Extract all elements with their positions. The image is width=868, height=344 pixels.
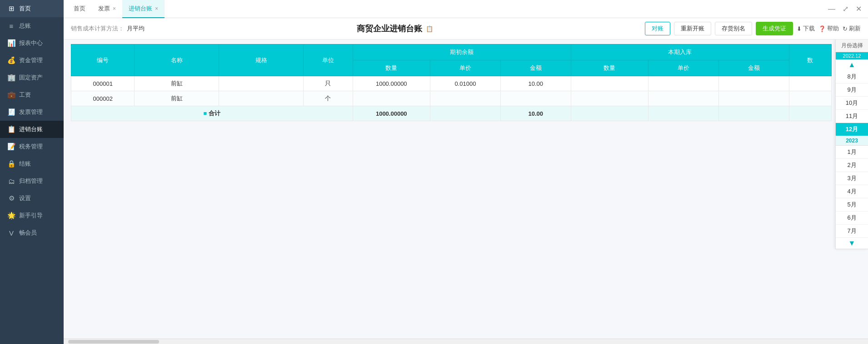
- help-button[interactable]: ❓ 帮助: [818, 25, 839, 33]
- month-panel-title: 月份选择: [836, 39, 868, 52]
- month-item-10[interactable]: 10月: [836, 97, 868, 110]
- sidebar-label-close: 结账: [19, 160, 31, 168]
- month-nav-down[interactable]: ▼: [836, 238, 868, 249]
- col-inbound-amount: 金额: [719, 60, 789, 76]
- sidebar-label-invoice: 发票管理: [19, 108, 43, 116]
- sidebar-item-inventory[interactable]: 📋 进销台账: [0, 121, 64, 138]
- cell-inbound-qty: [571, 76, 648, 91]
- month-item-1[interactable]: 1月: [836, 146, 868, 159]
- col-period-begin-price: 单价: [430, 60, 500, 76]
- tab-right-buttons: — ⤢ ✕: [825, 4, 864, 14]
- tab-bar: 首页 发票 × 进销台账 × — ⤢ ✕: [64, 0, 868, 18]
- tab-inventory[interactable]: 进销台账 ×: [122, 0, 165, 18]
- month-item-8[interactable]: 8月: [836, 70, 868, 84]
- col-period-begin-amount: 金额: [500, 60, 571, 76]
- assets-icon: 🏢: [7, 74, 15, 82]
- col-code: 编号: [71, 44, 135, 76]
- sidebar-item-reports[interactable]: 📊 报表中心: [0, 34, 64, 52]
- sidebar-item-tax[interactable]: 📝 税务管理: [0, 138, 64, 155]
- cell-spec: [219, 76, 304, 91]
- maximize-button[interactable]: ⤢: [840, 4, 851, 14]
- col-inbound-group: 本期入库: [571, 44, 789, 60]
- main-area: 首页 发票 × 进销台账 × — ⤢ ✕ 销售成本计算方法： 月平均 商贸企业进…: [64, 0, 868, 344]
- sidebar-label-archive: 归档管理: [19, 177, 43, 185]
- sidebar-item-ledger[interactable]: ≡ 总账: [0, 17, 64, 34]
- page-title-area: 商贸企业进销台账 📋: [145, 23, 645, 34]
- sidebar-label-settings: 设置: [19, 194, 31, 202]
- sidebar-item-guide[interactable]: 🌟 新手引导: [0, 207, 64, 224]
- cell-name: 前缸: [135, 91, 219, 106]
- reconcile-button[interactable]: 对账: [645, 22, 670, 35]
- tab-invoice-close[interactable]: ×: [113, 5, 116, 12]
- cell-period-begin-price: 0.01000: [430, 76, 500, 91]
- scrollbar-thumb[interactable]: [68, 340, 159, 344]
- table-total-row: ■ 合计 1000.00000 10.00: [71, 106, 832, 121]
- action-buttons: 对账 重新开账 存货别名 生成凭证 ⬇ 下载 ❓ 帮助 ↻ 刷新: [645, 22, 861, 35]
- cell-unit: 个: [304, 91, 353, 106]
- cell-period-begin-price: [430, 91, 500, 106]
- month-item-11[interactable]: 11月: [836, 110, 868, 123]
- home-icon: ⊞: [7, 5, 15, 13]
- tab-invoice[interactable]: 发票 ×: [92, 0, 122, 18]
- col-spec: 规格: [219, 44, 304, 76]
- reopen-button[interactable]: 重新开账: [674, 22, 711, 35]
- sidebar-item-payroll[interactable]: 💼 工资: [0, 86, 64, 103]
- window-close-button[interactable]: ✕: [853, 4, 864, 14]
- total-label: ■ 合计: [71, 106, 353, 121]
- reports-icon: 📊: [7, 39, 15, 47]
- group-header-row: 编号 名称 规格 单位 期初余额 本期入库 数: [71, 44, 832, 60]
- month-item-3[interactable]: 3月: [836, 172, 868, 185]
- month-item-2[interactable]: 2月: [836, 159, 868, 172]
- sidebar: ⊞ 首页 ≡ 总账 📊 报表中心 💰 资金管理 🏢 固定资产 💼 工资 🧾 发票…: [0, 0, 64, 344]
- cell-inbound-amount: [719, 91, 789, 106]
- payroll-icon: 💼: [7, 91, 15, 99]
- generate-voucher-button[interactable]: 生成凭证: [756, 22, 793, 35]
- sidebar-item-archive[interactable]: 🗂 归档管理: [0, 172, 64, 190]
- month-item-5[interactable]: 5月: [836, 198, 868, 211]
- member-icon: V: [7, 229, 15, 237]
- month-item-9[interactable]: 9月: [836, 84, 868, 97]
- sidebar-item-invoice[interactable]: 🧾 发票管理: [0, 103, 64, 121]
- total-extra: [789, 106, 831, 121]
- minimize-button[interactable]: —: [825, 4, 838, 14]
- ledger-icon: ≡: [7, 22, 15, 30]
- info-icon[interactable]: 📋: [426, 25, 433, 32]
- col-unit: 单位: [304, 44, 353, 76]
- month-item-12[interactable]: 12月: [836, 123, 868, 136]
- col-period-begin-group: 期初余额: [353, 44, 571, 60]
- tab-home[interactable]: 首页: [67, 0, 92, 18]
- total-inbound-amount: [719, 106, 789, 121]
- month-selector-panel: 月份选择 2022.12 ▲ 8月 9月 10月 11月 12月 2023 1月…: [835, 39, 868, 249]
- content-area: 销售成本计算方法： 月平均 商贸企业进销台账 📋 对账 重新开账 存货别名 生成…: [64, 18, 868, 344]
- cell-code: 000001: [71, 76, 135, 91]
- cost-method-value: 月平均: [127, 25, 145, 33]
- sidebar-label-assets: 固定资产: [19, 74, 43, 82]
- download-button[interactable]: ⬇ 下载: [797, 25, 815, 33]
- month-item-4[interactable]: 4月: [836, 185, 868, 198]
- sidebar-label-inventory: 进销台账: [19, 125, 43, 133]
- sidebar-item-close[interactable]: 🔒 结账: [0, 155, 64, 172]
- tax-icon: 📝: [7, 143, 15, 151]
- download-icon: ⬇: [797, 25, 802, 32]
- sidebar-item-funds[interactable]: 💰 资金管理: [0, 52, 64, 69]
- total-inbound-qty: [571, 106, 648, 121]
- month-nav-up[interactable]: ▲: [836, 59, 868, 70]
- sidebar-label-guide: 新手引导: [19, 211, 43, 220]
- cell-period-begin-amount: [500, 91, 571, 106]
- total-inbound-price: [649, 106, 719, 121]
- cost-method-label: 销售成本计算方法：: [71, 25, 124, 33]
- sidebar-item-member[interactable]: V 畅会员: [0, 224, 64, 241]
- sidebar-item-assets[interactable]: 🏢 固定资产: [0, 69, 64, 86]
- cell-extra: [789, 76, 831, 91]
- horizontal-scrollbar[interactable]: [64, 339, 868, 344]
- refresh-button[interactable]: ↻ 刷新: [843, 25, 861, 33]
- tab-inventory-close[interactable]: ×: [155, 5, 158, 12]
- sidebar-item-settings[interactable]: ⚙ 设置: [0, 190, 64, 207]
- month-item-6[interactable]: 6月: [836, 211, 868, 225]
- inventory-table: 编号 名称 规格 单位 期初余额 本期入库 数 数量 单价 金额 数: [71, 44, 832, 121]
- month-item-7[interactable]: 7月: [836, 225, 868, 238]
- sidebar-item-home[interactable]: ⊞ 首页: [0, 0, 64, 17]
- cell-period-begin-qty: [353, 91, 430, 106]
- save-alias-button[interactable]: 存货别名: [715, 22, 752, 35]
- table-body: 000001 前缸 只 1000.00000 0.01000 10.00 000…: [71, 76, 832, 121]
